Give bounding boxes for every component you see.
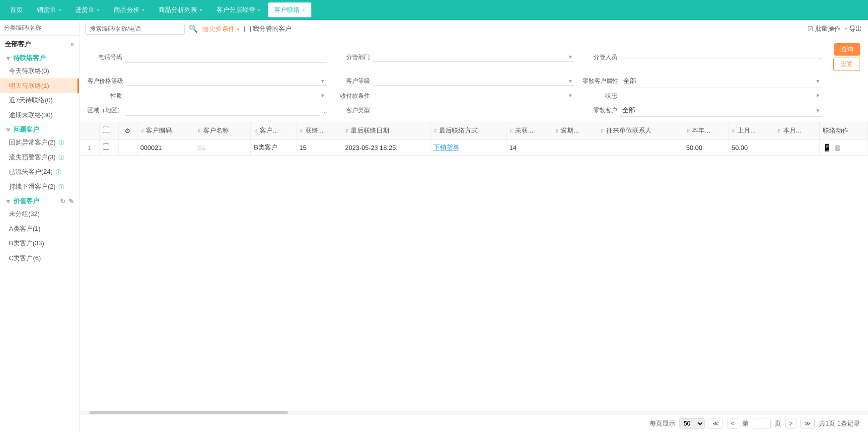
page-number-input[interactable]: 1: [753, 419, 771, 429]
row-checkbox[interactable]: [103, 144, 109, 150]
payment-select[interactable]: ▼: [373, 91, 575, 100]
manager-label: 分管人员: [582, 53, 617, 62]
nav-purchase[interactable]: 进货单 ×: [69, 2, 105, 17]
first-page-button[interactable]: ≪: [709, 419, 723, 429]
payment-field: 收付款条件 ▼: [335, 91, 575, 100]
horizontal-scrollbar[interactable]: [79, 411, 868, 415]
page-size-select[interactable]: 50 20 100 200: [679, 418, 705, 429]
sidebar-item-class-a[interactable]: A类客户(1): [0, 221, 79, 236]
chevron-up-icon: ▲: [236, 26, 240, 31]
nav-product-analysis-list[interactable]: 商品分析列表 ×: [152, 2, 208, 17]
nav-customer-contact[interactable]: 客户联络 ×: [268, 2, 311, 17]
phone-input[interactable]: [125, 52, 327, 63]
adv-filter-panel: 电话号码 分管部门 ▼ 分管人员 ...: [79, 38, 868, 122]
export-button[interactable]: ↑ 导出: [845, 24, 863, 33]
nav-customer-stratified-close[interactable]: ×: [257, 7, 260, 13]
col-this-year[interactable]: ⇵ 本年...: [683, 122, 728, 140]
sidebar-item-class-c[interactable]: C类客户(6): [0, 251, 79, 266]
sidebar-item-today[interactable]: 今天待联络(0): [0, 64, 79, 78]
price-level-label: 客户价格等级: [87, 77, 123, 85]
sidebar-item-class-b[interactable]: B类客户(33): [0, 236, 79, 251]
sidebar-collapse-icon[interactable]: «: [71, 41, 74, 48]
filter-search-input[interactable]: [85, 23, 185, 35]
nav-home[interactable]: 首页: [4, 2, 29, 17]
nav-product-analysis-close[interactable]: ×: [142, 7, 145, 13]
retail-customer-select[interactable]: 全部 ▼: [620, 104, 822, 117]
query-button[interactable]: 查询: [834, 43, 860, 56]
problem-group-label: 问题客户: [13, 125, 39, 134]
sidebar-search-input[interactable]: [4, 24, 78, 31]
last-page-button[interactable]: ≫: [800, 419, 815, 429]
nav-customer-contact-close[interactable]: ×: [302, 7, 305, 13]
sidebar-item-tomorrow[interactable]: 明天待联络(1): [0, 78, 79, 93]
sidebar-item-lost[interactable]: 已流失客户(24) ⓘ: [0, 164, 79, 179]
value-refresh-icon[interactable]: ↻: [60, 198, 66, 205]
filter-bar: 🔍 ▦ 更多条件 ▲ 我分管的客户 ☑ 批量操作 ↑ 导出: [79, 20, 868, 38]
retail-customer-field: 零散客户 全部 ▼: [582, 104, 822, 117]
prev-page-button[interactable]: <: [727, 419, 738, 429]
sidebar-item-overdue[interactable]: 逾期未联络(30): [0, 108, 79, 123]
nav-customer-stratified[interactable]: 客户分层经营 ×: [211, 2, 266, 17]
my-customers-filter[interactable]: 我分管的客户: [244, 24, 291, 33]
batch-action-button[interactable]: ☑ 批量操作: [807, 24, 841, 33]
settings-icon[interactable]: ⚙: [125, 127, 131, 135]
customer-grade-label: 客户等级: [335, 77, 370, 85]
customer-grade-select[interactable]: ▼: [373, 77, 575, 86]
manager-dots-button[interactable]: ...: [817, 54, 822, 61]
col-last-month[interactable]: ⇵ 上月...: [728, 122, 774, 140]
dept-select[interactable]: ▼: [373, 53, 575, 62]
action-phone-icon[interactable]: 📱: [823, 144, 831, 151]
my-customers-checkbox[interactable]: [244, 26, 251, 32]
nav-product-analysis-list-close[interactable]: ×: [199, 7, 202, 13]
col-settings[interactable]: ⚙: [119, 122, 137, 140]
col-last-contact-method[interactable]: ⇵ 最后联络方式: [430, 122, 506, 140]
col-last-contact-date[interactable]: ⇵ 最后联络日期: [342, 122, 430, 140]
sidebar-item-lost-potential[interactable]: 流失预警客户(3) ⓘ: [0, 150, 79, 165]
col-customer-code[interactable]: ⇵ 客户编码: [137, 122, 194, 140]
select-all-checkbox[interactable]: [103, 127, 109, 133]
dept-field: 分管部门 ▼: [335, 53, 575, 62]
contact-method-link[interactable]: 下销货单: [434, 144, 459, 151]
retail-customer-label: 零散客户: [582, 106, 617, 115]
sidebar-item-continue-down[interactable]: 持续下滑客户(2) ⓘ: [0, 179, 79, 194]
set-button[interactable]: 设置: [833, 58, 860, 71]
cell-checkbox[interactable]: [99, 140, 119, 156]
nav-sales[interactable]: 销货单 ×: [31, 2, 67, 17]
col-customer-name[interactable]: ⇵ 客户名称: [194, 122, 250, 140]
status-field: 状态 ▼: [582, 91, 822, 100]
cell-last-contact-method[interactable]: 下销货单: [430, 140, 506, 156]
price-level-select[interactable]: ▼: [126, 77, 327, 86]
region-input[interactable]: [126, 105, 320, 116]
col-overdue[interactable]: ⇵ 逾期...: [552, 122, 597, 140]
customer-type-select[interactable]: [373, 109, 575, 112]
col-contact-count[interactable]: ⇵ 联络...: [296, 122, 342, 140]
col-customer-type[interactable]: ⇵ 客户...: [251, 122, 296, 140]
col-last-contact-date-sort-icon: ⇵: [345, 129, 349, 134]
sidebar-item-week7[interactable]: 近7天待联络(0): [0, 93, 79, 108]
nature-chevron-icon: ▼: [320, 93, 325, 98]
cell-customer-code: 000021: [137, 140, 194, 156]
filter-search-button[interactable]: 🔍: [189, 24, 198, 33]
col-contact-person[interactable]: ⇵ 往来单位联系人: [597, 122, 683, 140]
sidebar-item-repurchase-abnormal[interactable]: 回购异常客户(2) ⓘ: [0, 135, 79, 150]
nav-sales-close[interactable]: ×: [58, 7, 61, 13]
nav-purchase-close[interactable]: ×: [96, 7, 99, 13]
manager-select[interactable]: [620, 56, 815, 59]
filter-more-conditions-button[interactable]: ▦ 更多条件 ▲: [202, 24, 240, 33]
pending-group-label: 待联络客户: [13, 54, 46, 63]
page-label: 第: [742, 419, 749, 428]
value-edit-icon[interactable]: ✎: [69, 198, 74, 205]
action-qr-icon[interactable]: ▩: [834, 144, 841, 151]
region-dots-button[interactable]: ...: [322, 107, 327, 114]
col-this-month[interactable]: ⇵ 本月...: [774, 122, 820, 140]
col-not-contact[interactable]: ⇵ 未联...: [506, 122, 552, 140]
retail-attr-select[interactable]: 全部 ▼: [621, 75, 822, 87]
next-page-button[interactable]: >: [785, 419, 796, 429]
cell-customer-type: B类客户: [251, 140, 296, 156]
customer-table: ⚙ ⇵ 客户编码 ⇵ 客户名称 ⇵ 客户...: [79, 122, 868, 156]
scroll-thumb[interactable]: [89, 411, 288, 414]
nature-select[interactable]: ▼: [125, 91, 327, 100]
sidebar-item-unclassified[interactable]: 未分组(32): [0, 207, 79, 221]
nav-product-analysis[interactable]: 商品分析 ×: [108, 2, 150, 17]
status-select[interactable]: ▼: [620, 91, 822, 100]
